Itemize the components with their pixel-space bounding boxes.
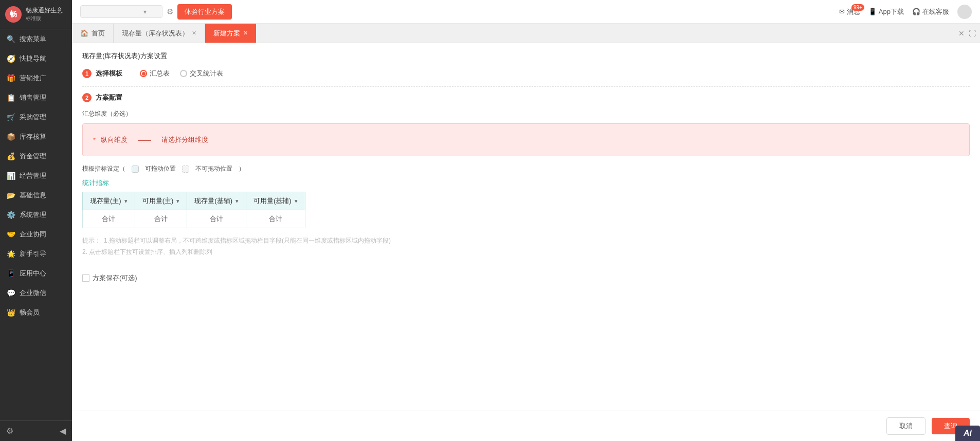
tab-inventory-close-icon[interactable]: ✕ [192,30,196,36]
col1-label: 现存量(主) [90,196,121,206]
topbar-search-input[interactable] [85,8,141,15]
customer-service-label: 在线客服 [922,7,949,16]
col3-sub: 合计 [187,210,246,228]
sales-icon: 📋 [6,93,15,102]
tab-close-all-icon[interactable]: ✕ [958,29,965,38]
topbar-right: ✉ 消息 99+ 📱 App下载 🎧 在线客服 [839,5,972,19]
sidebar-item-label: 采购管理 [20,113,46,122]
sidebar-item-marketing[interactable]: 🎁 营销推广 [0,68,72,88]
table-header-row: 现存量(主) ▾ 可用量(主) ▾ [83,192,305,210]
section1-num: 1 [82,69,92,78]
message-icon: ✉ [839,8,845,15]
user-menu[interactable] [957,5,972,19]
section1-header: 1 选择模板 汇总表 交叉统计表 [82,69,970,78]
finance-icon: 💰 [6,152,15,161]
dimension-area[interactable]: * 纵向维度 —— 请选择分组维度 [82,123,970,156]
sidebar-item-appstore[interactable]: 📱 应用中心 [0,264,72,283]
app-edition: 标准版 [26,15,63,22]
sidebar-item-member[interactable]: 👑 畅会员 [0,303,72,322]
app-logo-icon: 畅 [5,6,22,23]
dim-label: 纵向维度 [101,135,128,144]
sidebar-item-label: 资金管理 [20,152,46,161]
topbar: ▾ ⚙ 体验行业方案 ✉ 消息 99+ 📱 App下载 🎧 在线客服 [72,0,980,24]
content-area: 现存量(库存状况表)方案设置 1 选择模板 汇总表 交叉统计表 [72,43,980,411]
sidebar-item-finance[interactable]: 💰 资金管理 [0,146,72,166]
sidebar-item-label: 企业微信 [20,288,46,298]
sidebar-item-basic[interactable]: 📂 基础信息 [0,186,72,205]
sidebar-item-system[interactable]: ⚙️ 系统管理 [0,205,72,225]
app-download-btn[interactable]: 📱 App下载 [868,7,904,16]
sidebar-item-label: 库存核算 [20,132,46,141]
topbar-gear-icon[interactable]: ⚙ [167,7,173,16]
tab-new-plan[interactable]: 新建方案 ✕ [205,24,256,43]
sidebar-item-weixin[interactable]: 💬 企业微信 [0,283,72,303]
radio-summary-label: 汇总表 [150,69,170,78]
col1-chevron-icon: ▾ [124,198,128,205]
member-icon: 👑 [6,308,15,317]
sidebar-item-operation[interactable]: 📊 经营管理 [0,166,72,186]
sidebar-item-company[interactable]: 🤝 企业协同 [0,225,72,244]
tip2-text: 2. 点击标题栏下拉可设置排序、插入列和删除列 [82,247,212,258]
tip1-text: 1.拖动标题栏可以调整布局，不可跨维度或指标区域拖动栏目字段(只能在同一维度或指… [104,235,391,247]
sidebar-item-label: 基础信息 [20,191,46,200]
tab-inventory-label: 现存量（库存状况表） [122,29,189,38]
tip-row-2: 2. 点击标题栏下拉可设置排序、插入列和删除列 [82,247,970,258]
radio-summary[interactable]: 汇总表 [140,69,170,78]
sidebar-item-guide[interactable]: 🌟 新手引导 [0,244,72,264]
collapse-icon[interactable]: ◀ [60,426,66,436]
topbar-left: ▾ ⚙ 体验行业方案 [80,4,833,20]
table-col-3-header[interactable]: 现存量(基辅) ▾ [187,192,246,210]
col4-chevron-icon: ▾ [295,198,298,205]
table-col-1-header[interactable]: 现存量(主) ▾ [83,192,135,210]
col3-chevron-icon: ▾ [235,198,239,205]
save-plan-checkbox[interactable] [82,274,89,282]
bottombar: 取消 查询 [72,411,980,441]
customer-service-btn[interactable]: 🎧 在线客服 [912,7,949,16]
ai-button[interactable]: Ai [955,426,980,441]
radio-cross[interactable]: 交叉统计表 [180,69,223,78]
sidebar-logo: 畅 畅康通好生意 标准版 [0,0,72,29]
tab-inventory-status[interactable]: 现存量（库存状况表） ✕ [114,24,205,43]
sidebar-item-label: 应用中心 [20,269,46,278]
section2-header: 2 方案配置 [82,93,970,102]
section-template: 1 选择模板 汇总表 交叉统计表 [82,69,970,78]
radio-cross-circle [180,70,187,77]
sidebar-item-sales[interactable]: 📋 销售管理 [0,88,72,107]
tips-area: 提示： 1.拖动标题栏可以调整布局，不可跨维度或指标区域拖动栏目字段(只能在同一… [82,235,970,258]
sidebar-item-label: 畅会员 [20,308,40,317]
plan-config-body: 汇总维度（必选） * 纵向维度 —— 请选择分组维度 模板指标设定（ 可拖动位置… [82,109,970,258]
tab-new-plan-label: 新建方案 [213,29,240,38]
settings-icon[interactable]: ⚙ [6,426,13,436]
chevron-down-icon[interactable]: ▾ [143,8,147,15]
sidebar-item-inventory[interactable]: 📦 库存核算 [0,127,72,146]
dim-required-mark: * [93,136,96,144]
indicator-label-row: 模板指标设定（ 可拖动位置 不可拖动位置 ） [82,164,970,173]
phone-icon: 📱 [868,8,877,15]
indicator-end: ） [239,164,245,173]
sidebar-item-label: 经营管理 [20,171,46,180]
trial-btn[interactable]: 体验行业方案 [177,4,232,20]
appstore-icon: 📱 [6,269,15,278]
col1-sub: 合计 [83,210,135,228]
save-plan-row: 方案保存(可选) [82,266,970,283]
sidebar-item-label: 搜索菜单 [20,34,46,44]
sidebar-item-label: 企业协同 [20,230,46,239]
sidebar-item-search[interactable]: 🔍 搜索菜单 [0,29,72,49]
col4-sub: 合计 [246,210,305,228]
tab-home[interactable]: 🏠 首页 [72,24,114,43]
stats-label: 统计指标 [82,178,970,188]
guide-icon: 🌟 [6,249,15,259]
table-col-4-header[interactable]: 可用量(基辅) ▾ [246,192,305,210]
sidebar-item-nav[interactable]: 🧭 快捷导航 [0,49,72,68]
draggable-badge [132,166,139,173]
tab-new-plan-close-icon[interactable]: ✕ [243,30,248,36]
message-badge: 99+ [851,4,864,11]
sidebar-item-label: 系统管理 [20,210,46,219]
table-col-2-header[interactable]: 可用量(主) ▾ [135,192,187,210]
app-name: 畅康通好生意 [26,7,63,15]
app-download-label: App下载 [879,7,904,16]
sidebar-item-purchase[interactable]: 🛒 采购管理 [0,107,72,127]
tab-expand-icon[interactable]: ⛶ [969,29,976,38]
cancel-button[interactable]: 取消 [886,417,925,435]
message-btn[interactable]: ✉ 消息 99+ [839,7,860,16]
